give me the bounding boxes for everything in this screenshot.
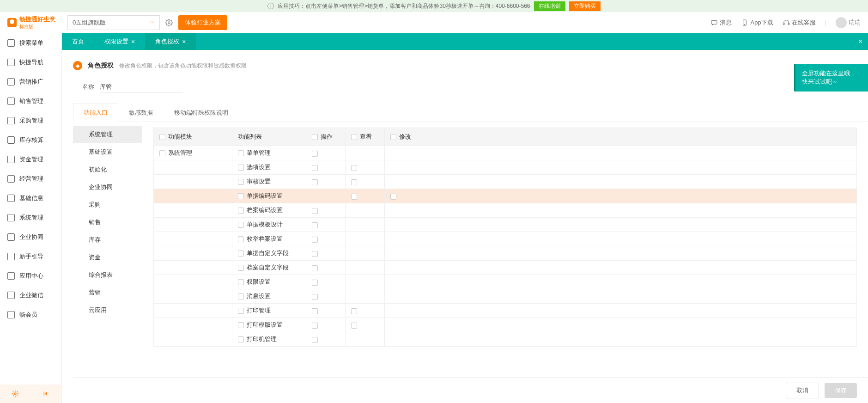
sidebar-icon [7,233,15,241]
checkbox[interactable] [312,337,318,343]
checkbox[interactable] [351,134,357,140]
sidebar-item-8[interactable]: 基础信息 [0,189,61,208]
checkbox[interactable] [238,308,244,314]
sidebar-icon [7,59,15,66]
category-item-10[interactable]: 云应用 [73,301,142,319]
checkbox[interactable] [238,222,244,228]
version-select[interactable]: 0五组旗舰版 ﹀ [67,15,160,30]
version-value: 0五组旗舰版 [73,19,106,26]
tab-0[interactable]: 首页 [62,33,94,50]
checkbox[interactable] [390,134,396,140]
category-item-9[interactable]: 营销 [73,284,142,301]
checkbox[interactable] [238,336,244,342]
tab-1[interactable]: 权限设置× [94,33,145,50]
save-button[interactable]: 保存 [825,383,857,398]
sub-tab-2[interactable]: 移动端特殊权限说明 [164,104,239,122]
checkbox[interactable] [159,134,165,140]
sub-tab-1[interactable]: 敏感数据 [118,104,164,122]
app-download-link[interactable]: App下载 [741,18,773,27]
checkbox[interactable] [312,265,318,271]
category-item-4[interactable]: 采购 [73,196,142,214]
checkbox[interactable] [351,165,357,171]
tab-close-icon[interactable]: × [131,38,135,45]
checkbox[interactable] [238,279,244,285]
checkbox[interactable] [312,134,318,140]
tabs-bar: 首页权限设置×角色授权× × [62,33,868,50]
gear-icon[interactable] [165,19,173,26]
category-item-2[interactable]: 初始化 [73,161,142,178]
category-item-0[interactable]: 系统管理 [73,126,142,143]
sidebar-item-10[interactable]: 企业协同 [0,227,61,247]
checkbox[interactable] [390,194,396,200]
checkbox[interactable] [312,237,318,243]
online-training-button[interactable]: 在线培训 [534,1,565,11]
checkbox[interactable] [312,251,318,257]
table-row: 单据模板设计 [154,218,857,232]
sidebar-item-9[interactable]: 系统管理 [0,208,61,227]
checkbox[interactable] [238,250,244,256]
category-item-7[interactable]: 资金 [73,249,142,266]
category-item-8[interactable]: 综合报表 [73,266,142,284]
sidebar-item-14[interactable]: 畅会员 [0,305,61,324]
messages-link[interactable]: 消息 [710,18,732,27]
checkbox[interactable] [159,150,165,156]
checkbox[interactable] [312,151,318,157]
sidebar-item-1[interactable]: 快捷导航 [0,53,61,72]
sidebar-item-3[interactable]: 销售管理 [0,92,61,111]
table-row: 档案编码设置 [154,203,857,218]
checkbox[interactable] [238,265,244,271]
checkbox[interactable] [238,179,244,185]
checkbox[interactable] [312,308,318,314]
settings-icon[interactable] [12,390,19,397]
checkbox[interactable] [351,179,357,185]
sidebar-item-13[interactable]: 企业微信 [0,286,61,305]
collapse-icon[interactable] [42,390,50,397]
checkbox[interactable] [351,323,357,329]
checkbox[interactable] [312,323,318,329]
sub-tab-0[interactable]: 功能入口 [73,104,118,122]
checkbox[interactable] [312,165,318,171]
checkbox[interactable] [312,280,318,286]
sidebar-item-6[interactable]: 资金管理 [0,150,61,169]
checkbox[interactable] [351,308,357,314]
tab-2[interactable]: 角色授权× [145,33,196,50]
checkbox[interactable] [351,194,357,200]
sidebar-item-7[interactable]: 经营管理 [0,169,61,189]
user-menu[interactable]: 瑞瑞 [836,17,861,28]
info-icon: i [267,3,274,9]
avatar [836,17,847,28]
sidebar: 搜索菜单快捷导航营销推广销售管理采购管理库存核算资金管理经营管理基础信息系统管理… [0,33,62,403]
checkbox[interactable] [312,208,318,214]
checkbox[interactable] [238,150,244,156]
checkbox[interactable] [238,165,244,171]
checkbox[interactable] [312,179,318,185]
close-all-tabs[interactable]: × [853,37,868,46]
category-item-5[interactable]: 销售 [73,214,142,231]
sidebar-item-0[interactable]: 搜索菜单 [0,33,61,53]
cancel-button[interactable]: 取消 [786,383,819,398]
checkbox[interactable] [238,236,244,242]
online-service-link[interactable]: 在线客服 [783,18,816,27]
sidebar-icon [7,253,15,260]
category-item-1[interactable]: 基础设置 [73,143,142,161]
checkbox[interactable] [238,293,244,299]
sidebar-icon [7,78,15,85]
sidebar-item-12[interactable]: 应用中心 [0,266,61,286]
sidebar-item-2[interactable]: 营销推广 [0,72,61,92]
buy-now-button[interactable]: 立即购买 [569,1,601,11]
checkbox[interactable] [238,193,244,199]
checkbox[interactable] [312,294,318,300]
try-industry-button[interactable]: 体验行业方案 [178,15,227,30]
sidebar-item-4[interactable]: 采购管理 [0,111,61,130]
tab-close-icon[interactable]: × [182,38,186,45]
sidebar-item-11[interactable]: 新手引导 [0,247,61,266]
sidebar-item-5[interactable]: 库存核算 [0,130,61,150]
category-item-3[interactable]: 企业协同 [73,178,142,196]
message-icon [710,19,718,26]
checkbox[interactable] [238,208,244,214]
checkbox[interactable] [238,322,244,328]
sidebar-label: 基础信息 [19,194,43,202]
category-item-6[interactable]: 库存 [73,231,142,249]
role-name-input[interactable] [100,81,183,92]
checkbox[interactable] [312,222,318,228]
